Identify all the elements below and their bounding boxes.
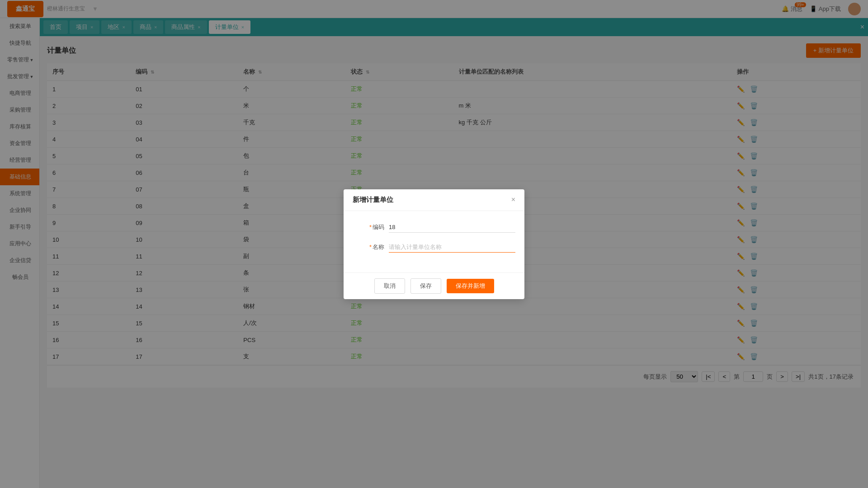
save-and-new-button[interactable]: 保存并新增 (447, 279, 494, 293)
code-form-row: *编码 (353, 222, 515, 233)
required-indicator: * (369, 224, 372, 230)
modal-close-button[interactable]: × (511, 196, 515, 204)
name-label: *名称 (353, 243, 384, 251)
cancel-button[interactable]: 取消 (374, 278, 405, 294)
modal-overlay[interactable]: 新增计量单位 × *编码 *名称 取消 保存 保存并新增 (0, 0, 868, 488)
modal-header: 新增计量单位 × (344, 189, 524, 211)
code-input[interactable] (389, 222, 515, 233)
save-button[interactable]: 保存 (410, 278, 441, 294)
name-input[interactable] (389, 242, 515, 253)
required-indicator: * (369, 244, 372, 250)
code-label: *编码 (353, 223, 384, 231)
modal-footer: 取消 保存 保存并新增 (344, 272, 524, 299)
name-form-row: *名称 (353, 242, 515, 253)
modal-body: *编码 *名称 (344, 211, 524, 272)
modal-title: 新增计量单位 (353, 196, 393, 204)
add-measure-unit-modal: 新增计量单位 × *编码 *名称 取消 保存 保存并新增 (344, 189, 524, 299)
